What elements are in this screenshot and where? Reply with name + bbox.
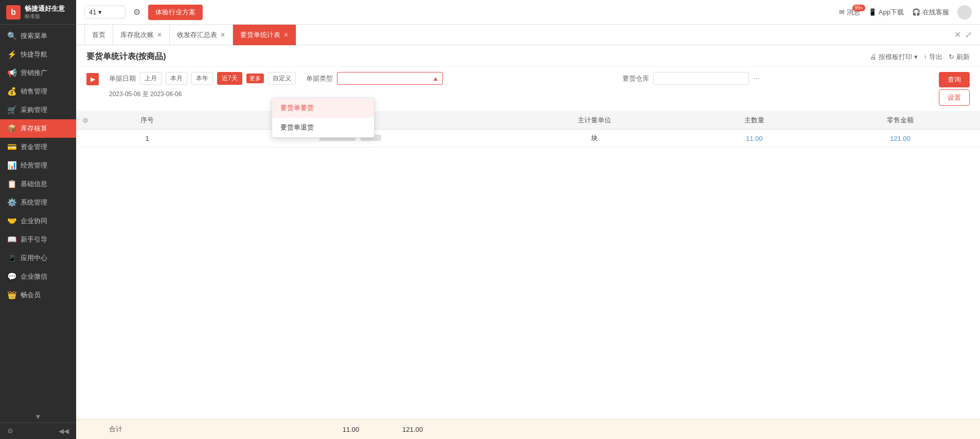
date-last-month-btn[interactable]: 上月 [140, 72, 162, 85]
type-dropdown: 要货单要货 要货单退货 [272, 98, 375, 138]
tab-label-1: 库存批次账 [120, 30, 154, 40]
app-name: 畅捷通好生意 [25, 5, 65, 13]
sidebar-label-0: 搜索菜单 [21, 31, 47, 41]
sidebar-item-基础信息[interactable]: 📋基础信息 [0, 175, 76, 193]
date-more-btn[interactable]: 更多 [246, 74, 264, 83]
tabs-bar: 首页库存批次账✕收发存汇总表✕要货单统计表✕✕⤢ [76, 25, 980, 45]
sidebar-icon-5: 📦 [7, 124, 16, 133]
online-service-action[interactable]: 🎧 在线客服 [912, 8, 949, 17]
headset-icon: 🎧 [912, 8, 920, 16]
sidebar-item-库存核算[interactable]: 📦库存核算 [0, 119, 76, 138]
sidebar-icon-8: 📋 [7, 179, 16, 189]
export-label: 导出 [929, 52, 942, 62]
message-badge: 99+ [852, 5, 865, 11]
sidebar-nav: 🔍搜索菜单⚡快捷导航📢营销推广💰销售管理🛒采购管理📦库存核算💳资金管理📊经营管理… [0, 25, 76, 411]
sidebar-icon-1: ⚡ [7, 50, 16, 59]
industry-button[interactable]: 体验行业方案 [148, 5, 203, 20]
type-select-input[interactable] [337, 72, 443, 85]
sidebar-bottom: ⚙ ◀◀ [0, 423, 76, 439]
row-amount: 121.00 [821, 130, 980, 148]
dropdown-item-order-goods[interactable]: 要货单要货 [272, 98, 374, 118]
app-download-icon: 📱 [868, 8, 877, 16]
sidebar-item-企业协同[interactable]: 🤝企业协同 [0, 212, 76, 230]
summary-label: 合计 [109, 425, 263, 434]
table-header-row: ⚙ 序号 商品 主计量单位 主数量 零售金额 [76, 112, 980, 130]
date-this-month-btn[interactable]: 本月 [166, 72, 187, 85]
tab-close-2[interactable]: ✕ [220, 31, 225, 39]
store-selector[interactable]: 41 ▾ [84, 6, 126, 19]
warehouse-more-icon[interactable]: ··· [753, 74, 760, 83]
sidebar-icon-6: 💳 [7, 142, 16, 152]
date-filter-group: 单据日期 上月 本月 本年 近7天 更多 自定义 2023-05-06 至 20… [109, 72, 296, 99]
sidebar-item-经营管理[interactable]: 📊经营管理 [0, 156, 76, 175]
sidebar-label-2: 营销推广 [21, 68, 47, 78]
sidebar-item-营销推广[interactable]: 📢营销推广 [0, 64, 76, 82]
sidebar-item-系统管理[interactable]: ⚙️系统管理 [0, 193, 76, 212]
print-label: 按模板打印 [879, 52, 912, 62]
content-area: 要货单统计表(按商品) 🖨 按模板打印 ▾ ↑ 导出 ↻ 刷新 [76, 45, 980, 439]
sidebar-item-畅会员[interactable]: 👑畅会员 [0, 286, 76, 304]
tab-库存批次账[interactable]: 库存批次账✕ [113, 25, 170, 45]
row-settings [76, 130, 95, 148]
date-filter-label: 单据日期 [109, 74, 136, 83]
message-action[interactable]: ✉ 消息 99+ [839, 8, 860, 17]
app-download-action[interactable]: 📱 App下载 [868, 8, 904, 17]
print-icon: 🖨 [870, 53, 877, 61]
row-quantity-link[interactable]: 11.00 [746, 135, 763, 142]
sidebar-icon-10: 🤝 [7, 216, 16, 226]
sidebar-icon-12: 📱 [7, 253, 16, 263]
app-download-label: App下载 [879, 8, 904, 17]
print-action[interactable]: 🖨 按模板打印 ▾ [870, 52, 918, 62]
sidebar-label-5: 库存核算 [21, 124, 47, 133]
type-filter-section: 单据类型 ▲ [306, 72, 612, 85]
sidebar-item-新手引导[interactable]: 📖新手引导 [0, 230, 76, 249]
sidebar-settings-icon[interactable]: ⚙ [7, 427, 13, 435]
sidebar-label-12: 应用中心 [21, 253, 47, 263]
page-header: 要货单统计表(按商品) 🖨 按模板打印 ▾ ↑ 导出 ↻ 刷新 [76, 45, 980, 67]
col-header-quantity: 主数量 [688, 112, 821, 130]
message-icon: ✉ [839, 8, 845, 16]
dropdown-item-return-goods[interactable]: 要货单退货 [272, 118, 374, 137]
date-custom-btn[interactable]: 自定义 [268, 72, 296, 85]
topbar-gear-button[interactable]: ⚙ [130, 5, 144, 20]
date-last-7days-btn[interactable]: 近7天 [217, 72, 242, 85]
tab-close-1[interactable]: ✕ [157, 31, 162, 39]
sidebar-item-应用中心[interactable]: 📱应用中心 [0, 249, 76, 267]
date-this-year-btn[interactable]: 本年 [191, 72, 213, 85]
sidebar-logo: b 畅捷通好生意 标准版 [0, 0, 76, 25]
sidebar-item-快捷导航[interactable]: ⚡快捷导航 [0, 45, 76, 64]
sidebar-item-销售管理[interactable]: 💰销售管理 [0, 82, 76, 101]
refresh-action[interactable]: ↻ 刷新 [949, 52, 970, 62]
tab-首页[interactable]: 首页 [84, 25, 113, 45]
tab-close-3[interactable]: ✕ [283, 31, 289, 39]
tab-要货单统计表[interactable]: 要货单统计表✕ [233, 25, 296, 45]
row-amount-link[interactable]: 121.00 [890, 135, 911, 142]
user-avatar[interactable] [957, 5, 972, 20]
filter-expand-button[interactable]: ▶ [86, 73, 99, 85]
sidebar-icon-4: 🛒 [7, 105, 16, 115]
sidebar-collapse-icon[interactable]: ◀◀ [59, 427, 69, 435]
sidebar-scroll-down[interactable]: ▼ [0, 411, 76, 423]
export-action[interactable]: ↑ 导出 [924, 52, 943, 62]
tab-expand-icon[interactable]: ⤢ [965, 30, 972, 40]
summary-bar: 合计 11.00 121.00 [76, 419, 980, 439]
sidebar-item-资金管理[interactable]: 💳资金管理 [0, 138, 76, 156]
tab-收发存汇总表[interactable]: 收发存汇总表✕ [170, 25, 233, 45]
filter-settings-button[interactable]: 设置 [939, 89, 970, 106]
data-table-container: ⚙ 序号 商品 主计量单位 主数量 零售金额 1 块 1 [76, 112, 980, 419]
column-settings-icon[interactable]: ⚙ [82, 117, 88, 124]
sidebar-icon-3: 💰 [7, 87, 16, 96]
sidebar-label-13: 企业微信 [21, 272, 47, 281]
tab-close-all-icon[interactable]: ✕ [954, 30, 961, 40]
sidebar-item-搜索菜单[interactable]: 🔍搜索菜单 [0, 27, 76, 45]
date-range-display: 2023-05-06 至 2023-06-06 [109, 90, 182, 99]
sidebar-item-企业微信[interactable]: 💬企业微信 [0, 267, 76, 286]
sidebar-item-采购管理[interactable]: 🛒采购管理 [0, 101, 76, 119]
page-container: 要货单统计表(按商品) 🖨 按模板打印 ▾ ↑ 导出 ↻ 刷新 [76, 45, 980, 439]
query-button[interactable]: 查询 [939, 72, 970, 87]
sidebar-label-7: 经营管理 [21, 161, 47, 170]
data-table: ⚙ 序号 商品 主计量单位 主数量 零售金额 1 块 1 [76, 112, 980, 148]
sidebar-label-3: 销售管理 [21, 87, 47, 96]
row-unit: 块 [501, 130, 688, 148]
warehouse-input[interactable] [653, 72, 749, 85]
